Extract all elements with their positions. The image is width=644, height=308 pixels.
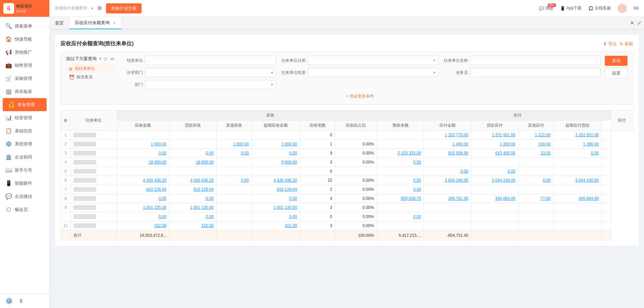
add-filter-icon[interactable]: + [99,56,102,62]
sidebar-item-purchase[interactable]: 🛒采购管理 [0,72,49,85]
collapse-icon[interactable]: ⏸ [18,298,24,305]
yewuyuan-input[interactable]: ··· [470,68,601,77]
cell-link[interactable]: 1,001,135.00 [274,205,297,210]
collapse-filter-icon[interactable]: ≪ [110,56,115,61]
cell-link[interactable]: 1,001,135.00 [190,205,214,210]
cell-link[interactable]: 4,345,436.20 [274,178,297,183]
sidebar-item-inventory[interactable]: 🏢库存核算 [0,85,49,98]
cell-link[interactable]: 1,490.00 [452,142,468,146]
cell-link[interactable]: 1,001,135.00 [143,205,166,210]
scheme-by-partner[interactable]: ⊕ 按往来单位 [66,64,115,73]
cell-link[interactable]: 810,126.64 [194,187,214,192]
sidebar-item-guide[interactable]: 📖新手引导 [0,164,49,177]
cell-link[interactable]: 0.00 [413,214,421,219]
cell-link[interactable]: 101.00 [285,223,297,228]
expand-icon[interactable]: ⤢ [637,20,641,26]
sidebar-item-hardware[interactable]: 📱智能硬件 [0,177,49,190]
cell-link[interactable]: 0.00 [413,160,421,165]
cell-link[interactable]: 0.00 [159,196,166,201]
cell-link[interactable]: 345,684.00 [579,196,599,201]
cell-link[interactable]: 18,000.00 [196,160,214,165]
table-settings-icon[interactable]: ⚙ [63,118,68,123]
bumen-input[interactable]: ▾ [145,80,276,89]
jiesuan-input[interactable]: ··· [145,56,276,65]
cell-link[interactable]: 0.00 [241,151,249,156]
cell-link[interactable]: 18,000.00 [149,160,166,165]
cell-link[interactable]: 4,345,436.20 [190,178,214,183]
cell-link[interactable]: 152.00 [201,223,214,228]
tab-home[interactable]: 首页 [50,17,69,29]
cell-link[interactable]: 810,126.64 [277,187,297,192]
cell-link[interactable]: 0.00 [289,214,297,219]
query-button[interactable]: 查询 [605,56,628,66]
cell-link[interactable]: 3,044,240.00 [575,178,599,183]
cell-link[interactable]: 3,044,240.00 [492,178,516,183]
cell-link[interactable]: 0.00 [461,169,468,174]
cell-link[interactable]: 1,000.00 [233,142,249,146]
sidebar-item-marketing[interactable]: 📢营销推广 [0,46,49,59]
cell-link[interactable]: 915,495.56 [495,151,516,156]
cell-link[interactable]: 0.00 [507,169,515,174]
cell-link[interactable]: 100.00 [538,142,551,146]
sidebar-item-finance[interactable]: 💰资金管理 [3,98,47,111]
cell-link[interactable]: 1,251,551.00 [575,133,599,137]
cell-link[interactable]: 655,636.75 [401,196,421,201]
gear-icon[interactable]: ⚙ [97,5,102,11]
cell-link[interactable]: 345,761.00 [448,196,468,201]
cell-link[interactable]: 1,000.00 [281,142,297,146]
cell-link[interactable]: 13.00 [541,151,551,156]
cell-link[interactable]: 3,044,240.00 [445,178,468,183]
cell-link[interactable]: 0.00 [206,214,214,219]
cell-link[interactable]: 77.00 [541,196,551,201]
cell-link[interactable]: 0.00 [159,214,166,219]
refresh-button[interactable]: ↻ 刷新 [620,41,633,47]
cell-link[interactable]: 1,390.00 [500,142,516,146]
cell-link[interactable]: 152.00 [154,223,167,228]
online-service-button[interactable]: 🎧 在线客服 [588,5,611,11]
cell-link[interactable]: 0.00 [413,178,421,183]
cell-link[interactable]: 0.00 [159,151,166,156]
cell-link[interactable]: 1,252,773.00 [445,133,468,137]
fenguanbumon-input[interactable]: ▾ [145,68,276,77]
sidebar-item-enterprise[interactable]: 🏛️企业协同 [0,150,49,164]
cell-link[interactable]: 1,000.00 [151,142,167,146]
cell-link[interactable]: 810,126.64 [146,187,166,192]
setting-button[interactable]: 设置 [605,68,628,79]
app-download-button[interactable]: 📱 App下载 [560,5,582,11]
laiwaimingcheng-input[interactable] [470,56,601,65]
close-window-icon[interactable]: ✕ [630,20,634,26]
header-dropdown-icon[interactable]: ▾ [91,6,93,11]
cell-link[interactable]: 345,684.00 [495,196,516,201]
cell-link[interactable]: 4,345,436.20 [143,178,166,183]
sidebar-item-sales[interactable]: 💼销售管理 [0,59,49,72]
sidebar-item-search[interactable]: 🔍搜索菜单 [0,19,49,33]
collapse-conditions-button[interactable]: ∧ 收起更多条件 [119,92,601,100]
cell-link[interactable]: 0.00 [413,187,421,192]
sidebar-item-quicknav[interactable]: 🏠快捷导航 [0,33,49,46]
message-button[interactable]: 💬 消息 99+ [539,5,553,11]
cell-link[interactable]: 2,153,333.00 [397,151,421,156]
laiwaixin-input[interactable]: ▾ [308,68,438,77]
scheme-by-salesman[interactable]: ⏰ 按业务员 [66,73,115,81]
cell-link[interactable]: 0.00 [289,196,297,201]
cell-link[interactable]: 1,390.00 [583,142,599,146]
cell-link[interactable]: 0.00 [206,151,214,156]
solution-button[interactable]: 体验行业方案 [106,3,142,13]
cell-link[interactable]: 1,251,551.00 [492,133,516,137]
cell-link[interactable]: 0.00 [591,151,599,156]
tab-close-icon[interactable]: × [113,20,116,26]
config-filter-icon[interactable]: ⊙ [104,56,108,61]
sidebar-item-operations[interactable]: 📊经营管理 [0,111,49,124]
sidebar-item-basic[interactable]: 📋基础信息 [0,124,49,137]
sidebar-item-system[interactable]: ⚙️系统管理 [0,137,49,150]
tab-ar-ap[interactable]: 应收应付余额查询 × [69,17,121,29]
cell-link[interactable]: 0.00 [543,178,550,183]
cell-link[interactable]: 0.00 [241,178,249,183]
cell-link[interactable]: 9,000.00 [281,160,297,165]
cell-link[interactable]: 915,508.56 [448,151,468,156]
cell-link[interactable]: 1,222.00 [535,133,551,137]
laiwaifenlei-input[interactable]: ▾ [308,56,438,65]
cell-link[interactable]: 0.00 [206,196,214,201]
settings-icon[interactable]: ⚙️ [5,297,13,305]
export-button[interactable]: ⬆ 导出 [603,41,617,47]
